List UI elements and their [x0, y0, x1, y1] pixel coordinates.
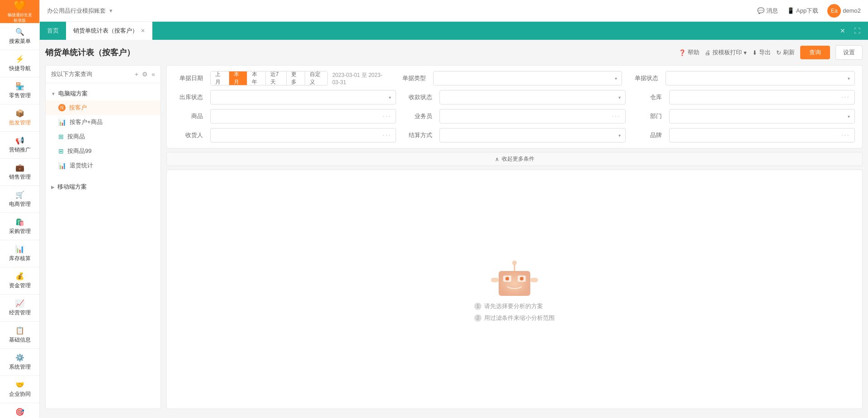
window-close-btn[interactable]: ✕ [837, 25, 848, 36]
print-label: 按模板打印 [712, 48, 742, 57]
add-scheme-btn[interactable]: + [135, 71, 138, 78]
window-maximize-btn[interactable]: ⛶ [852, 25, 863, 36]
sidebar-item-business[interactable]: 📈 经营管理 [0, 294, 39, 322]
tip-text-1: 请先选择要分析的方案 [484, 300, 543, 312]
desktop-scheme-header[interactable]: ▼ 电脑端方案 [46, 87, 160, 100]
print-dropdown-icon[interactable]: ▾ [744, 49, 747, 56]
topbar: 办公用品行业模拟账套 ▾ 💬 消息 📱 App下载 Ea demo2 [40, 0, 868, 22]
receipt-control[interactable]: ▾ [439, 90, 625, 104]
empty-tips: 1 请先选择要分析的方案 2 用过滤条件来缩小分析范围 [474, 300, 555, 324]
page-content: 销货单统计表（按客户） ❓ 帮助 🖨 按模板打印 ▾ ⬇ 导出 ↻ 刷新 [40, 40, 868, 418]
date-tab-this-year[interactable]: 本年 [247, 71, 266, 86]
sidebar-item-retail[interactable]: 🏪 零售管理 [0, 77, 39, 104]
type-arrow: ▾ [615, 76, 617, 81]
refresh-btn[interactable]: ↻ 刷新 [776, 48, 795, 57]
system-icon: ⚙️ [2, 353, 37, 362]
table-icon-1: ⊞ [58, 133, 64, 140]
type-control[interactable]: ▾ [433, 71, 623, 86]
user-menu[interactable]: Ea demo2 [827, 4, 861, 18]
sidebar-item-ecommerce[interactable]: 🛒 电商管理 [0, 186, 39, 213]
app-download-label: App下载 [796, 7, 818, 15]
app-download-btn[interactable]: 📱 App下载 [787, 7, 818, 15]
topbar-right: 💬 消息 📱 App下载 Ea demo2 [757, 4, 861, 18]
collapse-label: 收起更多条件 [502, 155, 534, 163]
recipient-label: 收货人 [174, 131, 203, 139]
product-dots: ··· [382, 112, 391, 120]
settlement-control[interactable]: ▾ [439, 128, 625, 142]
print-btn[interactable]: 🖨 按模板打印 ▾ [705, 48, 747, 57]
sidebar-item-wholesale[interactable]: 📦 批发管理 [0, 104, 39, 132]
filter-row-4: 收货人 ··· 结算方式 ▾ 品牌 ··· [174, 128, 855, 142]
date-tab-more[interactable]: 更多 [287, 71, 305, 86]
collapse-arrow: ∧ [495, 156, 499, 162]
settings-scheme-btn[interactable]: ⚙ [142, 71, 148, 78]
scheme-item-by-customer-product[interactable]: 📊 按客户+商品 [46, 115, 160, 129]
help-btn[interactable]: ❓ 帮助 [679, 48, 699, 57]
tip-num-1: 1 [474, 303, 481, 310]
filter-panel: 单据日期 上月 本月 本年 近7天 更多 自定义 2023-03-01 至 20… [166, 65, 863, 148]
status-control[interactable]: ▾ [665, 71, 855, 86]
page-title: 销货单统计表（按客户） [45, 47, 135, 58]
sidebar-item-purchase[interactable]: 🛍️ 采购管理 [0, 213, 39, 240]
sidebar-item-label: 库存核算 [2, 255, 37, 262]
page-header: 销货单统计表（按客户） ❓ 帮助 🖨 按模板打印 ▾ ⬇ 导出 ↻ 刷新 [45, 45, 863, 60]
logo-sub: 标准版 [8, 18, 32, 24]
desktop-arrow: ▼ [51, 91, 56, 96]
sidebar-item-shortcut[interactable]: ⚡ 快捷导航 [0, 50, 39, 77]
date-tab-last-month[interactable]: 上月 [211, 71, 229, 86]
dept-control[interactable]: ▾ [669, 109, 855, 124]
warehouse-control[interactable]: ··· [669, 90, 855, 104]
sidebar-item-label: 销售管理 [2, 173, 37, 181]
logo-icon: 🧡 [14, 0, 26, 12]
date-control: 上月 本月 本年 近7天 更多 自定义 2023-03-01 至 2023-03… [210, 71, 390, 86]
messages-btn[interactable]: 💬 消息 [757, 7, 778, 15]
phone-icon: 📱 [787, 7, 794, 14]
message-icon: 💬 [757, 7, 764, 14]
sidebar-item-enterprise[interactable]: 🤝 企业协同 [0, 376, 39, 403]
collapse-bar[interactable]: ∧ 收起更多条件 [166, 152, 863, 166]
scheme-item-label: 退货统计 [70, 162, 93, 170]
industry-title: 办公用品行业模拟账套 [47, 7, 106, 15]
sidebar-item-finance[interactable]: 💰 资金管理 [0, 267, 39, 294]
scheme-item-by-customer[interactable]: 按 按客户 [46, 100, 160, 115]
tab-close-btn[interactable]: ✕ [141, 28, 145, 34]
sidebar: 🧡 畅捷通好生意 标准版 🔍 搜索菜单 ⚡ 快捷导航 🏪 零售管理 📦 批发管理… [0, 0, 40, 418]
industry-dropdown[interactable]: ▾ [109, 7, 113, 14]
sales-icon: 💼 [2, 163, 37, 172]
basic-icon: 📋 [2, 326, 37, 335]
sidebar-item-newuser[interactable]: 🎯 新手引导 [0, 403, 39, 418]
dept-label: 部门 [633, 112, 662, 120]
date-tab-custom[interactable]: 自定义 [305, 71, 327, 86]
salesperson-control[interactable]: ··· [439, 109, 625, 124]
tip-text-2: 用过滤条件来缩小分析范围 [484, 312, 555, 324]
collapse-panel-btn[interactable]: « [151, 71, 155, 78]
tab-home[interactable]: 首页 [40, 22, 66, 40]
scheme-item-by-product[interactable]: ⊞ 按商品 [46, 129, 160, 144]
scheme-item-return-stats[interactable]: 📊 退货统计 [46, 158, 160, 173]
out-control[interactable]: ▾ [210, 90, 396, 104]
product-control[interactable]: ··· [210, 109, 396, 124]
main-area: 办公用品行业模拟账套 ▾ 💬 消息 📱 App下载 Ea demo2 首页 [40, 0, 868, 418]
sidebar-item-search[interactable]: 🔍 搜索菜单 [0, 23, 39, 50]
mobile-scheme-header[interactable]: ▶ 移动端方案 [46, 180, 160, 194]
sidebar-item-inventory[interactable]: 📊 库存核算 [0, 240, 39, 267]
svg-point-4 [520, 277, 524, 280]
recipient-control[interactable]: ··· [210, 128, 396, 142]
sidebar-item-basic[interactable]: 📋 基础信息 [0, 322, 39, 349]
sidebar-item-sales[interactable]: 💼 销售管理 [0, 159, 39, 186]
sidebar-item-system[interactable]: ⚙️ 系统管理 [0, 349, 39, 376]
settings-button[interactable]: 设置 [835, 45, 863, 60]
brand-control[interactable]: ··· [669, 128, 855, 142]
date-tab-this-month[interactable]: 本月 [229, 71, 248, 86]
query-button[interactable]: 查询 [800, 46, 830, 59]
tip-item-2: 2 用过滤条件来缩小分析范围 [474, 312, 555, 324]
export-btn[interactable]: ⬇ 导出 [752, 48, 771, 57]
mobile-label: 移动端方案 [57, 183, 87, 191]
left-panel: 按以下方案查询 + ⚙ « ▼ 电脑端方案 按 按客户 [45, 65, 161, 409]
type-label: 单据类型 [397, 74, 426, 82]
date-tab-7days[interactable]: 近7天 [266, 71, 287, 86]
sidebar-item-marketing[interactable]: 📢 营销推广 [0, 132, 39, 159]
scheme-item-by-product99[interactable]: ⊞ 按商品99 [46, 144, 160, 158]
filter-row-3: 商品 ··· 业务员 ··· 部门 ▾ [174, 109, 855, 124]
tab-active[interactable]: 销货单统计表（按客户） ✕ [66, 22, 152, 40]
